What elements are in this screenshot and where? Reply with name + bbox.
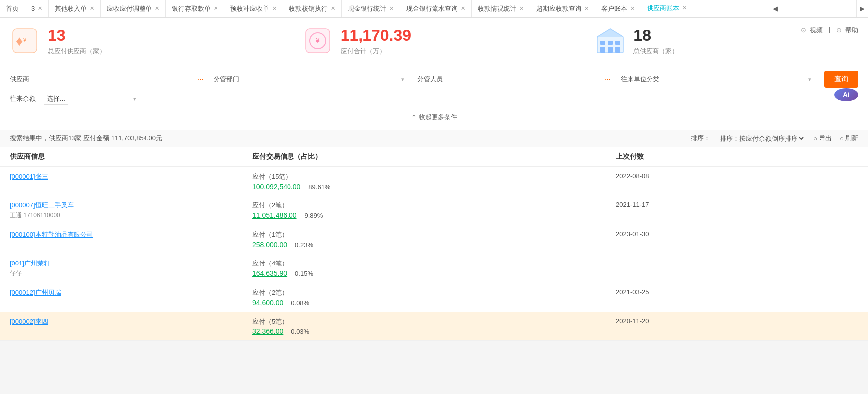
tx-amount[interactable]: 164,635.90: [252, 269, 287, 277]
category-select[interactable]: [663, 73, 669, 85]
export-link[interactable]: ○ 导出: [813, 134, 832, 143]
nav-next-arrow[interactable]: ▶: [856, 0, 868, 18]
query-button[interactable]: 查询: [824, 71, 858, 88]
help-link[interactable]: ⊙ 帮助: [836, 26, 858, 35]
supplier-link[interactable]: [000007]恒旺二手叉车: [10, 201, 252, 210]
supplier-link[interactable]: [000002]李四: [10, 317, 252, 326]
tx-label: 应付（4笔）: [252, 259, 616, 268]
supplier-link[interactable]: [000012]广州贝瑞: [10, 288, 252, 297]
person-label: 分管人员: [417, 75, 447, 84]
stat-item-payable-suppliers: ♦ ¥ 13 总应付供应商（家）: [10, 26, 273, 56]
close-icon[interactable]: ✕: [214, 5, 218, 12]
collapse-bar[interactable]: ⌃ 收起更多条件: [10, 110, 858, 125]
nav-tab-home[interactable]: 首页: [0, 0, 25, 18]
supplier-link[interactable]: [000100]本特勒油品有限公司: [10, 230, 252, 239]
top-navigation: 首页 3 ✕ 其他收入单 ✕ 应收应付调整单 ✕ 银行存取款单 ✕ 预收冲应收单…: [0, 0, 868, 18]
refresh-link[interactable]: ○ 刷新: [840, 134, 858, 143]
nav-tab-bank-deposit[interactable]: 银行存取款单 ✕: [166, 0, 224, 18]
supplier-input[interactable]: [44, 73, 191, 85]
nav-tab-label: 现金银行流水查询: [406, 4, 458, 13]
payable-suppliers-label: 总应付供应商（家）: [48, 47, 106, 56]
dept-field: 分管部门: [214, 73, 407, 85]
tx-row: 94,600.00 0.08%: [252, 297, 616, 307]
tx-cell: 应付（1笔） 258,000.00 0.23%: [252, 230, 616, 249]
top-right-links: ⊙ 视频 | ⊙ 帮助: [801, 26, 858, 35]
last-pay-date: 2021-03-25: [616, 288, 649, 296]
close-icon[interactable]: ✕: [519, 5, 524, 12]
supplier-link[interactable]: [000001]张三: [10, 172, 252, 181]
dept-select[interactable]: [247, 73, 253, 85]
nav-tab-customer-ledger[interactable]: 客户账本 ✕: [595, 0, 641, 18]
balance-select[interactable]: 选择...: [44, 93, 68, 105]
close-icon[interactable]: ✕: [155, 5, 159, 12]
svg-rect-7: [600, 41, 605, 45]
col-header-supplier: 供应商信息: [10, 152, 252, 161]
payable-suppliers-number: 13: [48, 26, 106, 45]
close-icon[interactable]: ✕: [461, 5, 465, 12]
results-info: 搜索结果中，供应商13家 应付金额 111,703,854.00元: [10, 134, 162, 143]
tx-row: 164,635.90 0.15%: [252, 268, 616, 277]
supplier-cell: [000002]李四: [10, 317, 252, 326]
tx-row: 32,366.00 0.03%: [252, 326, 616, 335]
nav-tab-3[interactable]: 3 ✕: [25, 0, 49, 18]
sort-select[interactable]: 排序：按应付余额倒序排序: [718, 134, 805, 143]
payable-total-label: 应付合计（万）: [341, 47, 411, 56]
nav-tab-label: 供应商账本: [647, 4, 679, 13]
tx-cell: 应付（5笔） 32,366.00 0.03%: [252, 317, 616, 335]
tx-amount[interactable]: 94,600.00: [252, 299, 283, 307]
close-icon[interactable]: ✕: [682, 5, 687, 11]
stat-text-payable-suppliers: 13 总应付供应商（家）: [48, 26, 106, 56]
lastpay-cell: 2020-11-20: [616, 317, 858, 325]
search-row-1: 供应商 ··· 分管部门 分管人员 ··· 往来单位分类 查询: [10, 71, 858, 88]
tx-amount[interactable]: 258,000.00: [252, 241, 287, 249]
table-row: [001]广州荣轩 仔仔 应付（4笔） 164,635.90 0.15%: [0, 254, 868, 283]
dept-label: 分管部门: [214, 75, 243, 84]
nav-tab-receipt-stats[interactable]: 收款情况统计 ✕: [472, 0, 530, 18]
video-link[interactable]: ⊙ 视频: [801, 26, 823, 35]
nav-tab-label: 现金银行统计: [348, 4, 386, 13]
close-icon[interactable]: ✕: [90, 5, 94, 12]
ai-badge[interactable]: Ai: [834, 88, 858, 101]
svg-rect-12: [615, 47, 620, 53]
balance-label: 往来余额: [10, 94, 40, 103]
nav-tab-ar-ap-adjust[interactable]: 应收应付调整单 ✕: [101, 0, 166, 18]
supplier-field: 供应商 ···: [10, 73, 204, 85]
export-label: 导出: [819, 134, 832, 143]
tx-cell: 应付（2笔） 11,051,486.00 9.89%: [252, 201, 616, 219]
nav-tab-label: 3: [31, 5, 35, 12]
nav-tab-supplier-ledger[interactable]: 供应商账本 ✕: [641, 0, 693, 18]
refresh-label: 刷新: [845, 134, 858, 143]
supplier-link[interactable]: [001]广州荣轩: [10, 259, 252, 268]
nav-tab-receipt-exec[interactable]: 收款核销执行 ✕: [283, 0, 342, 18]
close-icon[interactable]: ✕: [331, 5, 335, 12]
close-icon[interactable]: ✕: [389, 5, 394, 12]
svg-text:¥: ¥: [23, 38, 26, 43]
tx-amount[interactable]: 32,366.00: [252, 328, 283, 335]
nav-tab-overdue-ar[interactable]: 超期应收款查询 ✕: [530, 0, 595, 18]
supplier-dots-icon[interactable]: ···: [197, 75, 204, 84]
stat-text-payable-total: 11,170.39 应付合计（万）: [341, 26, 411, 56]
close-icon[interactable]: ✕: [38, 5, 42, 12]
total-suppliers-number: 18: [633, 26, 678, 45]
close-icon[interactable]: ✕: [272, 5, 277, 12]
supplier-label: 供应商: [10, 75, 40, 84]
tx-amount[interactable]: 100,092,540.00: [252, 183, 300, 191]
nav-tab-other-income[interactable]: 其他收入单 ✕: [49, 0, 101, 18]
last-pay-date: 2021-11-17: [616, 201, 649, 208]
close-icon[interactable]: ✕: [630, 5, 635, 12]
person-dots-icon[interactable]: ···: [604, 75, 611, 84]
person-input[interactable]: [451, 73, 598, 85]
supplier-cell: [000001]张三: [10, 172, 252, 181]
tx-cell: 应付（4笔） 164,635.90 0.15%: [252, 259, 616, 277]
collapse-icon: ⌃: [411, 114, 417, 121]
lastpay-cell: 2022-08-08: [616, 172, 858, 180]
results-bar: 搜索结果中，供应商13家 应付金额 111,703,854.00元 排序： 排序…: [0, 130, 868, 147]
nav-tab-cash-bank-stats[interactable]: 现金银行统计 ✕: [342, 0, 400, 18]
tx-amount[interactable]: 11,051,486.00: [252, 211, 297, 219]
nav-prev-arrow[interactable]: ◀: [769, 0, 781, 18]
nav-tab-advance-receipt[interactable]: 预收冲应收单 ✕: [224, 0, 283, 18]
nav-tab-cash-bank-flow[interactable]: 现金银行流水查询 ✕: [400, 0, 472, 18]
nav-tab-label: 超期应收款查询: [536, 4, 581, 13]
close-icon[interactable]: ✕: [584, 5, 589, 12]
balance-field: 往来余额 选择...: [10, 93, 139, 105]
